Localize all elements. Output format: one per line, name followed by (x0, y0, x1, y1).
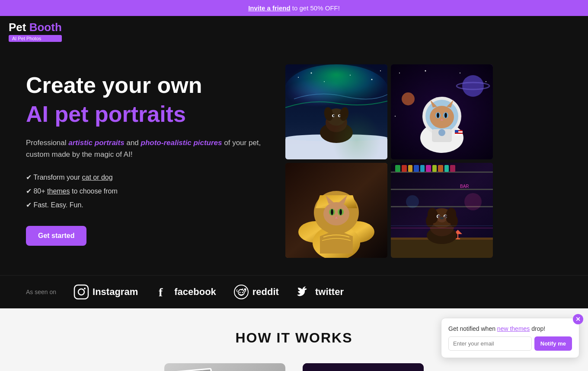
feature2-prefix: ✔ 80+ (26, 187, 47, 195)
hero-image-cat-armor (285, 163, 387, 258)
svg-rect-2 (285, 138, 387, 159)
notify-form: Notify me (448, 336, 572, 351)
svg-point-91 (438, 216, 439, 217)
svg-rect-70 (438, 165, 443, 172)
svg-point-101 (234, 285, 248, 299)
svg-point-10 (338, 114, 341, 117)
svg-rect-72 (450, 165, 455, 172)
svg-point-12 (339, 115, 341, 117)
svg-rect-79 (456, 238, 460, 239)
hero-text-block: Create your own AI pet portraits Profess… (26, 64, 268, 246)
hero-image-dog-aurora (285, 64, 387, 159)
feature-cat-dog: ✔ Transform your cat or dog (26, 171, 268, 184)
as-seen-on-label: As seen on (26, 289, 56, 295)
desc-em1: artistic portraits (68, 139, 124, 147)
facebook-label: facebook (174, 286, 216, 298)
svg-point-27 (395, 116, 396, 117)
svg-point-11 (333, 115, 335, 117)
twitter-label: twitter (315, 286, 344, 298)
svg-text:f: f (159, 285, 163, 299)
svg-point-17 (371, 79, 373, 80)
instagram-link[interactable]: Instagram (74, 284, 138, 300)
reddit-label: reddit (252, 286, 279, 298)
notify-popup: ✕ Get notified when new themes drop! Not… (441, 318, 579, 358)
step-1 (164, 363, 285, 371)
logo-badge: AI Pet Photos (9, 35, 62, 42)
logo-booth: Booth (29, 21, 62, 34)
notify-themes-link[interactable]: new themes (497, 325, 530, 332)
svg-point-86 (450, 215, 458, 227)
svg-rect-43 (455, 134, 463, 135)
get-started-button[interactable]: Get started (26, 226, 86, 246)
svg-point-18 (380, 70, 381, 71)
hero-images-grid: BAR (285, 64, 493, 258)
reddit-icon (233, 284, 249, 300)
svg-point-94 (440, 217, 444, 219)
svg-rect-44 (455, 130, 458, 133)
svg-point-36 (437, 113, 439, 118)
notify-submit-button[interactable]: Notify me (534, 336, 572, 351)
svg-point-7 (323, 106, 334, 121)
logo-pet: Pet (9, 21, 26, 34)
svg-rect-69 (432, 165, 437, 172)
twitter-link[interactable]: twitter (296, 284, 344, 300)
logo-text[interactable]: Pet Booth (9, 21, 62, 34)
svg-point-25 (460, 73, 460, 73)
feature2-suffix: to choose from (70, 187, 118, 195)
reddit-link[interactable]: reddit (233, 284, 279, 300)
svg-point-16 (350, 75, 351, 76)
svg-point-31 (430, 106, 454, 128)
hero-image-dog-bar: BAR (391, 163, 493, 258)
hero-description: Professional artistic portraits and phot… (26, 137, 268, 160)
svg-point-26 (486, 81, 486, 82)
svg-rect-67 (420, 165, 425, 172)
instagram-label: Instagram (93, 286, 138, 298)
social-bar: As seen on Instagram f facebook re (0, 275, 588, 308)
header: Pet Booth AI Pet Photos (0, 16, 588, 47)
svg-rect-66 (414, 165, 419, 172)
svg-point-8 (339, 106, 349, 121)
desc-mid: and (125, 139, 141, 147)
svg-point-9 (332, 114, 335, 117)
svg-rect-95 (391, 228, 493, 228)
svg-point-40 (438, 129, 445, 136)
svg-rect-97 (74, 285, 88, 299)
svg-point-37 (444, 113, 447, 118)
svg-point-15 (324, 81, 325, 82)
notify-close-button[interactable]: ✕ (573, 314, 583, 324)
facebook-icon: f (155, 284, 171, 300)
svg-point-99 (84, 288, 86, 289)
svg-rect-78 (457, 234, 458, 238)
svg-point-103 (239, 292, 240, 293)
svg-point-1 (285, 64, 387, 116)
desc-prefix: Professional (26, 139, 68, 147)
facebook-link[interactable]: f facebook (155, 284, 216, 300)
invite-link[interactable]: Invite a friend (248, 4, 291, 12)
svg-point-75 (406, 195, 419, 208)
svg-point-56 (331, 209, 333, 215)
feature1-link[interactable]: cat or dog (82, 174, 112, 181)
step-2-image (303, 363, 424, 371)
hero-image-cat-astronaut (391, 64, 493, 159)
feature2-link[interactable]: themes (47, 187, 70, 195)
svg-point-104 (242, 292, 243, 293)
svg-point-13 (298, 77, 299, 78)
hero-title: Create your own (26, 73, 268, 98)
step-2-svg (303, 363, 424, 371)
photo-card-1 (169, 368, 217, 371)
svg-point-51 (323, 202, 349, 225)
feature-fast: ✔ Fast. Easy. Fun. (26, 198, 268, 212)
twitter-icon (296, 284, 312, 300)
svg-point-98 (78, 289, 84, 295)
svg-rect-61 (391, 189, 493, 190)
svg-rect-64 (402, 165, 407, 172)
svg-point-14 (311, 72, 312, 73)
svg-point-20 (462, 75, 484, 97)
desc-em2: photo-realistic pictures (141, 139, 222, 147)
svg-rect-71 (444, 165, 449, 172)
notify-prefix: Get notified when (448, 325, 497, 332)
notify-email-input[interactable] (448, 336, 532, 351)
hero-features: ✔ Transform your cat or dog ✔ 80+ themes… (26, 171, 268, 212)
svg-point-23 (399, 73, 400, 73)
svg-point-3 (285, 134, 387, 141)
